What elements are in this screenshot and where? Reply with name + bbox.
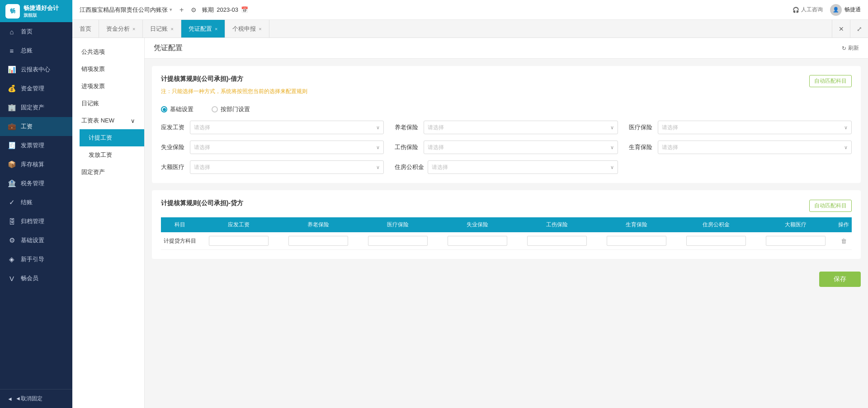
notice-text: 注：只能选择一种方式，系统将按照您当前的选择来配置规则 [161, 88, 307, 95]
select-pension[interactable]: 请选择 ∨ [424, 121, 618, 134]
left-nav-salary-sheet[interactable]: 工资表 NEW ∨ [72, 112, 144, 129]
sidebar-item-archive[interactable]: 🗄 归档管理 [0, 212, 72, 231]
select-large-medical[interactable]: 请选择 ∨ [190, 160, 384, 174]
save-button[interactable]: 保存 [819, 272, 861, 287]
sidebar-item-settings[interactable]: ⚙ 基础设置 [0, 231, 72, 250]
tab-voucher-config-close[interactable]: × [215, 26, 217, 32]
sidebar-item-fund[interactable]: 💰 资金管理 [0, 79, 72, 98]
cancel-fixed-button[interactable]: ◄ ◄取消固定 [0, 389, 72, 408]
select-salary[interactable]: 请选择 ∨ [190, 121, 384, 134]
select-housing-fund[interactable]: 请选择 ∨ [428, 160, 618, 174]
service-label: 人工咨询 [801, 6, 823, 14]
select-large-medical-placeholder: 请选择 [194, 164, 210, 171]
col-subject: 科目 [161, 217, 199, 232]
radio-department-settings[interactable]: 按部门设置 [212, 105, 250, 113]
input-salary[interactable] [209, 236, 268, 246]
credit-auto-match-button[interactable]: 自动匹配科目 [809, 200, 852, 212]
salary-sheet-chevron-icon: ∨ [131, 117, 135, 124]
add-company-button[interactable]: + [178, 4, 185, 16]
tab-journal[interactable]: 日记账 × [143, 20, 181, 38]
credit-table: 科目 应发工资 养老保险 医疗保险 失业保险 工伤保险 生育保险 住房公积金 大… [161, 217, 852, 250]
col-action: 操作 [835, 217, 852, 232]
tab-home[interactable]: 首页 [72, 20, 99, 38]
sidebar-item-invoice[interactable]: 🧾 发票管理 [0, 136, 72, 155]
cell-medical [358, 232, 438, 250]
topbar-right: 🎧 人工咨询 👤 畅捷通 [793, 4, 861, 16]
sidebar-item-vip[interactable]: V 畅会员 [0, 269, 72, 288]
logo-subtitle: 旗舰版 [24, 12, 59, 19]
cell-salary [199, 232, 278, 250]
left-nav-journal[interactable]: 日记账 [72, 95, 144, 112]
new-badge: NEW [101, 117, 114, 124]
tab-tax-filing[interactable]: 个税申报 × [225, 20, 269, 38]
tab-tax-filing-close[interactable]: × [259, 26, 261, 32]
select-unemployment-placeholder: 请选择 [194, 144, 210, 151]
tab-actions: ✕ ⤢ [832, 20, 868, 38]
select-medical[interactable]: 请选择 ∨ [658, 121, 852, 134]
col-housing: 住房公积金 [676, 217, 756, 232]
radio-group: 基础设置 按部门设置 [161, 105, 852, 113]
service-button[interactable]: 🎧 人工咨询 [793, 6, 823, 14]
main-content: 凭证配置 ↻ 刷新 计提核算规则(公司承担)-借方 注：只能选择一种方式，系统将… [145, 38, 868, 408]
input-medical[interactable] [368, 236, 427, 246]
left-nav-accrual-salary-label: 计提工资 [89, 134, 112, 142]
sidebar-item-salary[interactable]: 💼 工资 [0, 117, 72, 136]
input-housing[interactable] [686, 236, 745, 246]
left-nav-fixed-asset-label: 固定资产 [81, 168, 105, 176]
left-nav-fixed-asset[interactable]: 固定资产 [72, 164, 144, 181]
tab-fund-analysis-close[interactable]: × [132, 26, 135, 32]
expand-button[interactable]: ⤢ [850, 20, 868, 38]
sidebar-item-asset[interactable]: 🏢 固定资产 [0, 98, 72, 117]
input-maternity[interactable] [607, 236, 666, 246]
debit-auto-match-button[interactable]: 自动匹配科目 [809, 75, 852, 87]
sidebar-label-settings: 基础设置 [21, 236, 44, 244]
company-selector[interactable]: 江西服宝精品有限责任公司内账张 ▾ [80, 6, 172, 14]
left-nav-pay-salary[interactable]: 发放工资 [80, 146, 144, 164]
left-nav-purchase-invoice[interactable]: 进项发票 [72, 78, 144, 95]
content-body: 计提核算规则(公司承担)-借方 注：只能选择一种方式，系统将按照您当前的选择来配… [145, 59, 868, 300]
left-nav-sales-invoice[interactable]: 销项发票 [72, 61, 144, 78]
content-area: 公共选项 销项发票 进项发票 日记账 工资表 NEW ∨ 计提工资 [72, 38, 868, 408]
chevron-down-icon: ∨ [610, 164, 614, 170]
calendar-icon[interactable]: 📅 [241, 6, 248, 13]
tab-journal-label: 日记账 [150, 25, 168, 33]
logo-icon: 畅 [5, 4, 20, 19]
sidebar-label-vip: 畅会员 [21, 274, 38, 282]
chevron-down-icon: ∨ [376, 125, 380, 131]
left-nav-journal-label: 日记账 [81, 99, 99, 108]
left-nav-pay-salary-label: 发放工资 [89, 151, 112, 159]
select-unemployment[interactable]: 请选择 ∨ [190, 141, 384, 154]
input-large-medical[interactable] [766, 236, 825, 246]
select-work-injury[interactable]: 请选择 ∨ [424, 141, 618, 154]
sidebar-item-ledger[interactable]: ≡ 总账 [0, 41, 72, 60]
sidebar-item-tax[interactable]: 🏦 税务管理 [0, 174, 72, 193]
sidebar-logo: 畅 畅捷通好会计 旗舰版 [0, 0, 72, 22]
user-menu[interactable]: 👤 畅捷通 [830, 4, 861, 16]
input-pension[interactable] [288, 236, 348, 246]
table-header-row: 科目 应发工资 养老保险 医疗保险 失业保险 工伤保险 生育保险 住房公积金 大… [161, 217, 852, 232]
sidebar-item-home[interactable]: ⌂ 首页 [0, 22, 72, 41]
input-work-injury[interactable] [527, 236, 586, 246]
sidebar-item-close[interactable]: ✓ 结账 [0, 193, 72, 212]
cell-unemployment [438, 232, 517, 250]
sidebar-item-inventory[interactable]: 📦 库存核算 [0, 155, 72, 174]
left-nav-accrual-salary[interactable]: 计提工资 [80, 129, 144, 146]
col-large-medical: 大额医疗 [756, 217, 835, 232]
settings-gear-icon[interactable]: ⚙ [191, 6, 197, 14]
delete-row-button[interactable]: 🗑 [841, 238, 847, 244]
label-medical: 医疗保险 [629, 123, 654, 131]
tab-bar: 首页 资金分析 × 日记账 × 凭证配置 × 个税申报 × ✕ ⤢ [72, 20, 868, 38]
tab-fund-analysis[interactable]: 资金分析 × [99, 20, 143, 38]
refresh-button[interactable]: ↻ 刷新 [842, 44, 859, 52]
input-unemployment[interactable] [448, 236, 507, 246]
select-maternity[interactable]: 请选择 ∨ [658, 141, 852, 154]
sidebar-item-guide[interactable]: ◈ 新手引导 [0, 250, 72, 269]
sidebar-item-report[interactable]: 📊 云报表中心 [0, 60, 72, 79]
radio-basic-settings[interactable]: 基础设置 [161, 105, 193, 113]
credit-section: 计提核算规则(公司承担)-贷方 自动匹配科目 科目 应发工资 养老保险 医疗保险… [152, 190, 861, 259]
left-nav-public[interactable]: 公共选项 [72, 43, 144, 61]
tab-journal-close[interactable]: × [170, 26, 173, 32]
tab-voucher-config[interactable]: 凭证配置 × [181, 20, 225, 38]
close-tab-button[interactable]: ✕ [832, 20, 850, 38]
chevron-down-icon: ∨ [610, 145, 614, 150]
